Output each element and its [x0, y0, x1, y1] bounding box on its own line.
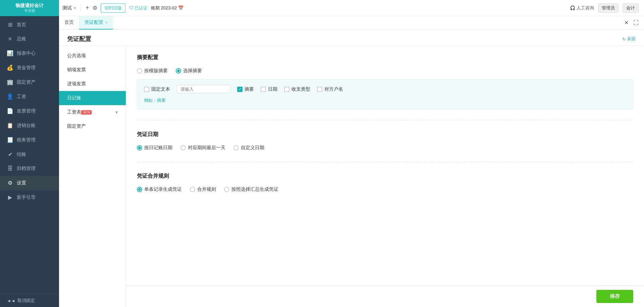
date-radio-custom[interactable]: 自定义日期 — [233, 145, 264, 151]
unpin-btn[interactable]: ◄◄ 取消固定 — [0, 294, 59, 307]
tab-home[interactable]: 首页 — [59, 16, 79, 30]
merge-radio-group: 单条记录生成凭证 合并规则 按照选择汇总生成凭证 — [137, 186, 633, 192]
sidebar-item-reports[interactable]: 📊 报表中心 — [0, 46, 59, 60]
sidebar-item-home[interactable]: ⊞ 首页 — [0, 17, 59, 32]
tab-home-label: 首页 — [64, 19, 74, 26]
merge-section: 凭证合并规则 单条记录生成凭证 合并规则 — [137, 173, 633, 203]
date-radio-period-last[interactable]: 对应期间最后一天 — [180, 145, 225, 151]
sidebar-item-label: 发票管理 — [17, 108, 36, 114]
sidebar-item-guide[interactable]: ▶ 新手引导 — [0, 190, 59, 205]
close-tab-btn[interactable]: ✕ — [623, 18, 630, 27]
summary-radio-template[interactable]: 按模版摘要 — [137, 68, 168, 74]
date-radio-group: 按日记账日期 对应期间最后一天 自定义日期 — [137, 145, 633, 151]
radio-template-circle — [137, 68, 142, 74]
settings-icon: ⚙ — [7, 180, 13, 186]
fixed-text-input[interactable] — [177, 85, 230, 93]
fullscreen-btn[interactable]: ⛶ — [632, 18, 640, 27]
config-nav-sales-invoice[interactable]: 销项发票 — [59, 63, 126, 77]
period-display: 账期 2023-02 📅 — [151, 5, 184, 11]
expand-icon: ▾ — [115, 109, 118, 115]
radio-custom-circle — [233, 145, 239, 150]
tab-close-btn[interactable]: × — [105, 20, 108, 25]
sidebar-item-purchase-sale[interactable]: 📋 进销台账 — [0, 118, 59, 133]
unpin-label: 取消固定 — [17, 298, 35, 304]
save-button[interactable]: 保存 — [596, 290, 633, 303]
merge-radio-single[interactable]: 单条记录生成凭证 — [137, 186, 182, 192]
config-nav-fixed-label: 固定资产 — [67, 123, 86, 129]
config-nav-payroll[interactable]: 工资表 NEW ▾ — [59, 105, 126, 119]
sidebar-item-label: 税务管理 — [17, 137, 36, 143]
content-area: 首页 凭证配置 × ✕ ⛶ 凭证配置 ↻ 刷新 公共选项 — [59, 16, 644, 307]
consult-btn[interactable]: 🎧 人工咨询 — [570, 5, 594, 11]
checkbox-date-label: 日期 — [268, 86, 277, 92]
sidebar-item-invoice[interactable]: 📄 发票管理 — [0, 104, 59, 118]
summary-radio-select[interactable]: 选择摘要 — [176, 68, 202, 74]
page-title: 凭证配置 — [67, 35, 91, 43]
accountant-btn[interactable]: 会计 — [623, 3, 639, 13]
topbar-right: 🎧 人工咨询 管理员 会计 — [570, 3, 639, 13]
date-title: 凭证日期 — [137, 131, 633, 138]
radio-custom-label: 自定义日期 — [241, 145, 264, 151]
checkbox-fixed-label: 固定文本 — [151, 86, 170, 92]
config-nav-purchase-invoice[interactable]: 进项发票 — [59, 77, 126, 91]
add-icon[interactable]: + — [86, 4, 89, 11]
sidebar-item-close[interactable]: ✔ 结账 — [0, 147, 59, 162]
radio-selected-label: 按照选择汇总生成凭证 — [231, 186, 278, 192]
merge-radio-merge[interactable]: 合并规则 — [190, 186, 216, 192]
sidebar-item-label: 资金管理 — [17, 65, 36, 71]
radio-selected-circle — [224, 187, 229, 192]
checkbox-fixed-text[interactable]: 固定文本 — [144, 86, 170, 92]
assets-icon: 🏢 — [7, 79, 13, 85]
sidebar: ⊞ 首页 ≡ 总账 📊 报表中心 💰 资金管理 🏢 固定资产 👤 工资 — [0, 16, 59, 307]
config-nav-fixed-assets[interactable]: 固定资产 — [59, 119, 126, 133]
headset-icon: 🎧 — [570, 5, 575, 10]
radio-select-label: 选择摘要 — [183, 68, 202, 74]
radio-merge-label: 合并规则 — [197, 186, 216, 192]
config-nav-diary-label: 日记账 — [67, 95, 81, 101]
radio-template-label: 按模版摘要 — [144, 68, 168, 74]
date-radio-diary[interactable]: 按日记账日期 — [137, 145, 172, 151]
period-value: 2023-02 — [161, 5, 177, 10]
sidebar-item-funds[interactable]: 💰 资金管理 — [0, 60, 59, 75]
checkbox-counterparty[interactable]: 对方户名 — [317, 86, 343, 92]
sidebar-item-label: 固定资产 — [17, 79, 36, 85]
radio-period-label: 对应期间最后一天 — [188, 145, 225, 151]
checkbox-summary[interactable]: 摘要 — [237, 86, 254, 92]
project-selector[interactable]: 测试 ▾ — [62, 5, 76, 11]
sidebar-item-salary[interactable]: 👤 工资 — [0, 89, 59, 104]
refresh-icon: ↻ — [622, 37, 626, 42]
reports-icon: 📊 — [7, 50, 13, 56]
config-nav-public[interactable]: 公共选项 — [59, 49, 126, 63]
logo-text: 畅捷通好会计 — [15, 3, 44, 8]
radio-period-circle — [180, 145, 186, 150]
calendar-icon[interactable]: 📅 — [178, 5, 183, 10]
checkbox-income-type[interactable]: 收支类型 — [284, 86, 310, 92]
sidebar-item-label: 新手引导 — [17, 194, 36, 201]
certified-badge: 🛡 已认证 — [129, 5, 148, 11]
sidebar-item-label: 工资 — [17, 94, 26, 100]
config-nav-diary[interactable]: 日记账 — [59, 91, 126, 105]
admin-btn[interactable]: 管理员 — [598, 3, 619, 13]
config-content: 摘要配置 按模版摘要 选择摘要 — [126, 46, 644, 286]
funds-icon: 💰 — [7, 64, 13, 71]
sidebar-item-assets[interactable]: 🏢 固定资产 — [0, 75, 59, 89]
summary-section: 摘要配置 按模版摘要 选择摘要 — [137, 54, 633, 120]
config-nav-sales-label: 销项发票 — [67, 67, 86, 73]
sidebar-item-label: 报表中心 — [17, 50, 36, 56]
summary-title: 摘要配置 — [137, 54, 633, 61]
sidebar-item-label: 归档管理 — [17, 166, 36, 172]
merge-radio-selected[interactable]: 按照选择汇总生成凭证 — [224, 186, 278, 192]
refresh-btn[interactable]: ↻ 刷新 — [622, 36, 636, 42]
tabs-right: ✕ ⛶ — [623, 18, 644, 27]
invoice-icon: 📄 — [7, 108, 13, 114]
settings-icon[interactable]: ⚙ — [93, 5, 97, 11]
checkbox-date[interactable]: 日期 — [261, 86, 277, 92]
home-icon: ⊞ — [7, 21, 13, 28]
switch-old-btn[interactable]: 切到旧版 — [101, 3, 125, 13]
sidebar-item-archive[interactable]: 🗄 归档管理 — [0, 162, 59, 176]
sidebar-item-tax[interactable]: 🧾 税务管理 — [0, 133, 59, 147]
summary-example: 例如：摘要 — [144, 97, 626, 103]
tab-config[interactable]: 凭证配置 × — [79, 16, 113, 30]
sidebar-item-ledger[interactable]: ≡ 总账 — [0, 32, 59, 46]
sidebar-item-settings[interactable]: ⚙ 设置 — [0, 176, 59, 190]
